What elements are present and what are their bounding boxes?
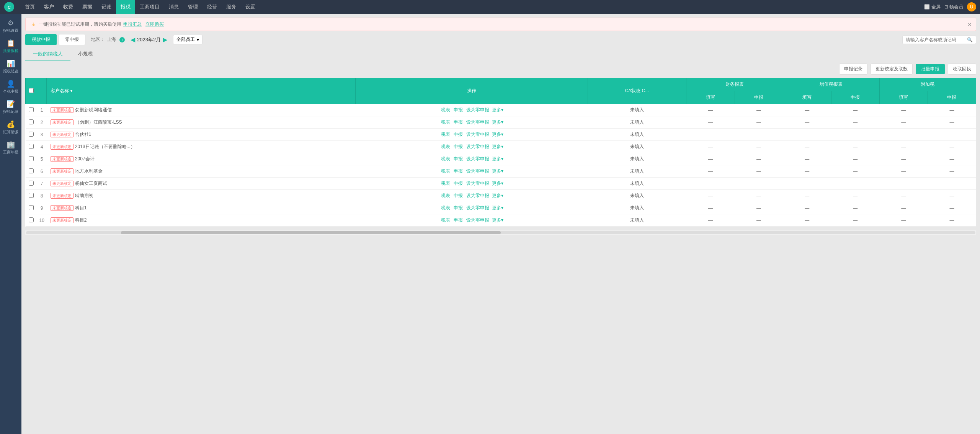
fullscreen-button[interactable]: ⬜ 全屏	[924, 4, 940, 10]
row-checkbox-9[interactable]	[26, 214, 37, 227]
tab-tax-declaration[interactable]: 税款申报	[25, 34, 57, 45]
op-taxform-2[interactable]: 税表	[441, 132, 450, 137]
nav-item-manage[interactable]: 管理	[183, 0, 203, 14]
row-check-2[interactable]	[29, 132, 34, 137]
search-input[interactable]	[906, 37, 967, 42]
row-checkbox-4[interactable]	[26, 153, 37, 165]
op-apply-9[interactable]: 申报	[454, 217, 463, 223]
update-quota-button[interactable]: 更新统定及取数	[871, 64, 913, 75]
user-avatar[interactable]: U	[967, 2, 976, 11]
row-checkbox-8[interactable]	[26, 202, 37, 214]
date-next-button[interactable]: ▶	[163, 36, 167, 43]
row-checkbox-2[interactable]	[26, 129, 37, 141]
op-apply-1[interactable]: 申报	[454, 119, 463, 125]
op-taxform-6[interactable]: 税表	[441, 181, 450, 186]
sidebar-item-personal-tax[interactable]: 👤 个税申报	[0, 77, 21, 97]
op-apply-8[interactable]: 申报	[454, 205, 463, 210]
row-check-8[interactable]	[29, 205, 34, 210]
op-zero-4[interactable]: 设为零申报	[466, 156, 489, 162]
op-more-3[interactable]: 更多▾	[492, 144, 503, 149]
op-taxform-4[interactable]: 税表	[441, 156, 450, 162]
sub-tab-general-taxpayer[interactable]: 一般的纳税人	[25, 48, 70, 60]
row-check-5[interactable]	[29, 168, 34, 173]
search-icon[interactable]: 🔍	[967, 37, 973, 42]
nav-item-message[interactable]: 消息	[164, 0, 183, 14]
op-zero-7[interactable]: 设为零申报	[466, 193, 489, 198]
sidebar-item-tax-settings[interactable]: ⚙ 报税设置	[0, 16, 21, 36]
op-more-5[interactable]: 更多▾	[492, 168, 503, 174]
op-apply-0[interactable]: 申报	[454, 107, 463, 113]
op-more-6[interactable]: 更多▾	[492, 181, 503, 186]
sidebar-item-tax-overview[interactable]: 📊 报税总览	[0, 56, 21, 77]
op-taxform-7[interactable]: 税表	[441, 193, 450, 198]
select-all-checkbox[interactable]	[29, 88, 34, 93]
region-info-icon[interactable]: i	[119, 37, 125, 42]
row-checkbox-7[interactable]	[26, 190, 37, 202]
row-check-1[interactable]	[29, 119, 34, 124]
row-check-3[interactable]	[29, 144, 34, 149]
op-more-0[interactable]: 更多▾	[492, 107, 503, 113]
row-checkbox-3[interactable]	[26, 141, 37, 153]
row-check-6[interactable]	[29, 181, 34, 186]
nav-item-business[interactable]: 工商项目	[135, 0, 164, 14]
op-taxform-3[interactable]: 税表	[441, 144, 450, 149]
collect-return-button[interactable]: 收取回执	[948, 64, 976, 75]
nav-item-operation[interactable]: 经营	[203, 0, 222, 14]
op-taxform-1[interactable]: 税表	[441, 119, 450, 125]
op-apply-2[interactable]: 申报	[454, 132, 463, 137]
member-button[interactable]: ⊡ 畅会员	[944, 4, 963, 10]
date-prev-button[interactable]: ◀	[131, 36, 135, 43]
op-more-7[interactable]: 更多▾	[492, 193, 503, 198]
sidebar-item-tax-record[interactable]: 📝 报税记录	[0, 97, 21, 117]
nav-item-service[interactable]: 服务	[222, 0, 241, 14]
op-apply-3[interactable]: 申报	[454, 144, 463, 149]
region-selector[interactable]: 地区： 上海 i	[91, 36, 125, 43]
op-more-8[interactable]: 更多▾	[492, 205, 503, 210]
op-taxform-8[interactable]: 税表	[441, 205, 450, 210]
op-taxform-9[interactable]: 税表	[441, 217, 450, 223]
row-checkbox-5[interactable]	[26, 165, 37, 178]
op-zero-1[interactable]: 设为零申报	[466, 119, 489, 125]
horizontal-scrollbar[interactable]	[25, 230, 976, 235]
row-check-0[interactable]	[29, 107, 34, 112]
nav-item-billing[interactable]: 收费	[59, 0, 78, 14]
op-taxform-5[interactable]: 税表	[441, 168, 450, 174]
op-zero-2[interactable]: 设为零申报	[466, 132, 489, 137]
nav-item-client[interactable]: 客户	[39, 0, 59, 14]
op-zero-8[interactable]: 设为零申报	[466, 205, 489, 210]
sidebar-item-batch-tax[interactable]: 📋 批量报税	[0, 36, 21, 56]
op-zero-0[interactable]: 设为零申报	[466, 107, 489, 113]
nav-item-invoice[interactable]: 票据	[78, 0, 97, 14]
banner-link-buy[interactable]: 立即购买	[145, 21, 164, 28]
nav-item-accounting[interactable]: 记账	[97, 0, 116, 14]
op-apply-6[interactable]: 申报	[454, 181, 463, 186]
op-zero-3[interactable]: 设为零申报	[466, 144, 489, 149]
banner-link-summary[interactable]: 申报汇总	[123, 21, 142, 28]
row-check-4[interactable]	[29, 156, 34, 161]
op-apply-5[interactable]: 申报	[454, 168, 463, 174]
row-checkbox-6[interactable]	[26, 178, 37, 190]
sidebar-item-annual-report[interactable]: 🏢 工商年报	[0, 137, 21, 158]
nav-item-settings[interactable]: 设置	[241, 0, 260, 14]
nav-item-home[interactable]: 首页	[20, 0, 39, 14]
sidebar-item-annual-clearing[interactable]: 💰 汇算清缴	[0, 117, 21, 137]
op-taxform-0[interactable]: 税表	[441, 107, 450, 113]
row-checkbox-1[interactable]	[26, 116, 37, 129]
staff-dropdown[interactable]: 全部员工 ▾	[173, 35, 203, 44]
tab-zero-declaration[interactable]: 零申报	[59, 34, 85, 45]
op-zero-5[interactable]: 设为零申报	[466, 168, 489, 174]
op-zero-6[interactable]: 设为零申报	[466, 181, 489, 186]
op-more-2[interactable]: 更多▾	[492, 132, 503, 137]
row-check-7[interactable]	[29, 193, 34, 198]
op-more-1[interactable]: 更多▾	[492, 119, 503, 125]
sub-tab-small-scale[interactable]: 小规模	[70, 48, 101, 60]
row-checkbox-0[interactable]	[26, 104, 37, 116]
banner-close-button[interactable]: ✕	[967, 21, 972, 28]
op-apply-4[interactable]: 申报	[454, 156, 463, 162]
op-more-9[interactable]: 更多▾	[492, 217, 503, 223]
op-apply-7[interactable]: 申报	[454, 193, 463, 198]
apply-record-button[interactable]: 申报记录	[839, 64, 867, 75]
op-more-4[interactable]: 更多▾	[492, 156, 503, 162]
batch-apply-button[interactable]: 批量申报	[916, 64, 945, 74]
nav-item-tax[interactable]: 报税	[116, 0, 135, 14]
